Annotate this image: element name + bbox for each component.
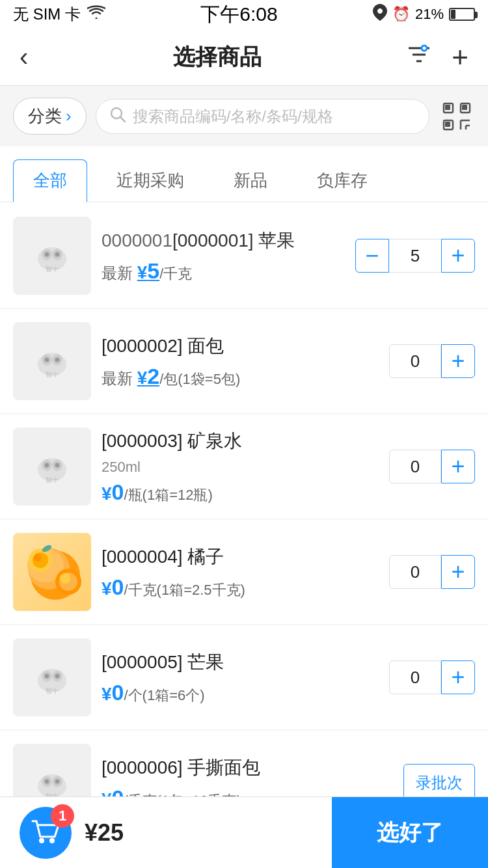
product-price: ¥0/个(1箱=6个) (102, 680, 379, 705)
svg-line-6 (120, 117, 125, 122)
svg-rect-12 (445, 122, 450, 127)
list-item: 智十 [0000005] 芒果 ¥0/个(1箱=6个) + (0, 625, 488, 729)
quantity-input[interactable] (389, 344, 441, 378)
svg-point-31 (55, 358, 59, 362)
product-info: [0000005] 芒果 ¥0/个(1箱=6个) (102, 650, 379, 705)
bottom-bar: 1 ¥25 选好了 (0, 796, 488, 868)
product-controls: + (389, 660, 475, 694)
product-image: 智十 (13, 217, 91, 295)
tab-recent[interactable]: 近期采购 (96, 159, 204, 202)
product-name: [0000006] 手撕面包 (102, 755, 393, 780)
product-list: 智十 0000001[0000001] 苹果 最新 ¥5/千克 − + (0, 204, 488, 868)
svg-point-67 (39, 838, 44, 843)
quantity-input[interactable] (389, 450, 441, 483)
quantity-input[interactable] (389, 555, 441, 589)
svg-point-38 (45, 463, 49, 467)
list-item: 智十 [0000002] 面包 最新 ¥2/包(1袋=5包) + (0, 309, 488, 413)
cart-total: ¥25 (85, 819, 124, 847)
list-item: 智十 [0000003] 矿泉水 250ml ¥0/瓶(1箱=12瓶) + (0, 414, 488, 519)
tab-all[interactable]: 全部 (13, 159, 87, 202)
increase-button[interactable]: + (441, 660, 475, 694)
filter-bar: 分类 › 搜索商品编码/名称/条码/规格 (0, 86, 488, 146)
category-label: 分类 (28, 105, 62, 128)
status-time: 下午6:08 (200, 1, 277, 28)
quantity-input[interactable] (389, 239, 441, 273)
product-name: [0000005] 芒果 (102, 650, 379, 675)
svg-point-30 (45, 358, 49, 362)
product-info: [0000004] 橘子 ¥0/千克(1箱=2.5千克) (102, 545, 379, 600)
status-left: 无 SIM 卡 (13, 4, 105, 25)
carrier-text: 无 SIM 卡 (13, 4, 81, 25)
svg-point-64 (45, 780, 49, 783)
product-controls: − + (355, 239, 475, 273)
svg-rect-8 (445, 105, 450, 110)
search-box[interactable]: 搜索商品编码/名称/条码/规格 (96, 99, 429, 134)
list-item: [0000004] 橘子 ¥0/千克(1箱=2.5千克) + (0, 520, 488, 624)
back-button[interactable]: ‹ (20, 42, 28, 72)
search-placeholder: 搜索商品编码/名称/条码/规格 (133, 106, 333, 127)
svg-text:智十: 智十 (46, 687, 59, 694)
product-controls: + (389, 450, 475, 483)
svg-point-39 (55, 463, 59, 467)
svg-text:智十: 智十 (46, 371, 59, 378)
product-image: 智十 (13, 427, 91, 506)
filter-icon[interactable] (406, 43, 432, 71)
tab-negative[interactable]: 负库存 (297, 159, 388, 202)
svg-point-65 (55, 780, 59, 783)
product-controls: + (389, 555, 475, 589)
product-name: [0000002] 面包 (102, 334, 379, 359)
cart-section: 1 ¥25 (0, 807, 332, 859)
svg-point-23 (55, 252, 59, 256)
category-button[interactable]: 分类 › (13, 98, 87, 135)
product-name: [0000003] 矿泉水 (102, 429, 379, 454)
product-image: 智十 (13, 322, 91, 400)
confirm-button[interactable]: 选好了 (332, 797, 488, 869)
status-right: ⏰ 21% (373, 4, 475, 25)
location-icon (373, 4, 387, 25)
svg-text:智十: 智十 (46, 265, 59, 273)
product-name: [0000004] 橘子 (102, 545, 379, 569)
wifi-icon (87, 5, 105, 23)
svg-point-57 (55, 674, 59, 678)
svg-point-22 (45, 252, 49, 256)
tab-new[interactable]: 新品 (213, 159, 288, 202)
product-price: 最新 ¥2/包(1袋=5包) (102, 364, 379, 389)
svg-point-68 (49, 838, 55, 843)
search-icon (109, 106, 126, 127)
increase-button[interactable]: + (441, 344, 475, 378)
list-item: 智十 0000001[0000001] 苹果 最新 ¥5/千克 − + (0, 204, 488, 308)
product-price: 最新 ¥5/千克 (102, 258, 345, 284)
battery-text: 21% (415, 6, 444, 23)
battery-icon (449, 8, 475, 21)
decrease-button[interactable]: − (355, 239, 389, 273)
add-icon[interactable]: + (452, 41, 468, 74)
svg-point-50 (60, 573, 70, 584)
increase-button[interactable]: + (441, 450, 475, 483)
alarm-icon: ⏰ (392, 6, 410, 23)
svg-point-4 (422, 46, 427, 51)
product-image: 智十 (13, 638, 91, 716)
product-info: [0000002] 面包 最新 ¥2/包(1袋=5包) (102, 334, 379, 389)
increase-button[interactable]: + (441, 239, 475, 273)
page-title: 选择商品 (173, 42, 262, 72)
product-price: ¥0/千克(1箱=2.5千克) (102, 575, 379, 600)
nav-actions: + (406, 41, 468, 74)
product-image (13, 533, 91, 611)
product-info: [0000003] 矿泉水 250ml ¥0/瓶(1箱=12瓶) (102, 429, 379, 505)
cart-badge: 1 (51, 804, 74, 828)
increase-button[interactable]: + (441, 555, 475, 589)
cart-icon[interactable]: 1 (20, 807, 72, 859)
product-name: 0000001[0000001] 苹果 (102, 228, 345, 253)
quantity-input[interactable] (389, 660, 441, 694)
product-price: ¥0/瓶(1箱=12瓶) (102, 480, 379, 505)
tab-bar: 全部 近期采购 新品 负库存 (0, 146, 488, 202)
product-info: 0000001[0000001] 苹果 最新 ¥5/千克 (102, 228, 345, 284)
category-chevron: › (66, 106, 72, 126)
product-controls: + (389, 344, 475, 378)
status-bar: 无 SIM 卡 下午6:08 ⏰ 21% (0, 0, 488, 29)
nav-bar: ‹ 选择商品 + (0, 29, 488, 86)
svg-text:智十: 智十 (46, 476, 59, 483)
svg-point-46 (34, 554, 42, 562)
scan-button[interactable] (439, 100, 475, 133)
svg-rect-10 (462, 105, 467, 110)
